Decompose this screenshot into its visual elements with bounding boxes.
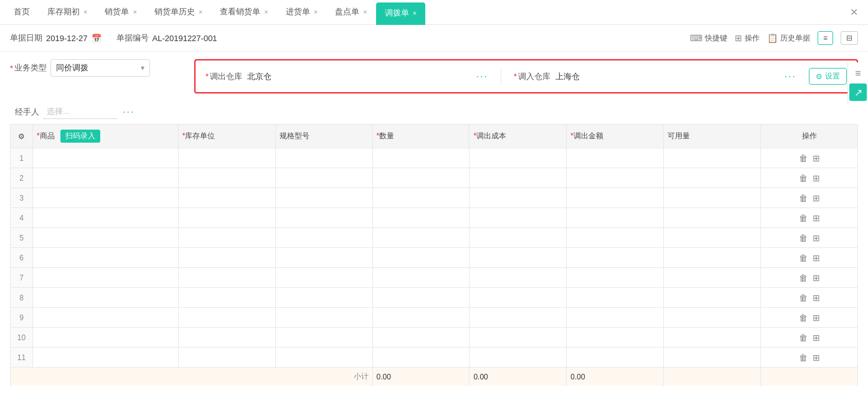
- unit-cell[interactable]: [178, 288, 275, 308]
- product-cell[interactable]: [33, 148, 179, 168]
- product-cell[interactable]: [33, 268, 179, 288]
- delete-icon[interactable]: 🗑: [799, 213, 808, 223]
- tab-sales-order[interactable]: 销货单 ×: [96, 0, 145, 25]
- product-cell[interactable]: [33, 228, 179, 248]
- tab-close-view-sales[interactable]: ×: [264, 8, 268, 16]
- transfer-cost-cell[interactable]: [469, 188, 567, 208]
- table-gear-icon[interactable]: ⚙: [18, 132, 25, 141]
- transfer-cost-cell[interactable]: [469, 348, 567, 368]
- unit-cell[interactable]: [178, 148, 275, 168]
- spec-cell[interactable]: [275, 248, 372, 268]
- available-cell[interactable]: [664, 248, 761, 268]
- handler-select[interactable]: 选择...: [43, 105, 118, 119]
- product-cell[interactable]: [33, 348, 179, 368]
- spec-cell[interactable]: [275, 288, 372, 308]
- settings-button[interactable]: ⚙ 设置: [809, 68, 847, 85]
- copy-icon[interactable]: ⊞: [813, 193, 820, 203]
- unit-cell[interactable]: [178, 168, 275, 188]
- spec-cell[interactable]: [275, 188, 372, 208]
- delete-icon[interactable]: 🗑: [799, 293, 808, 303]
- product-cell[interactable]: [33, 308, 179, 328]
- quantity-cell[interactable]: [372, 208, 469, 228]
- spec-cell[interactable]: [275, 328, 372, 348]
- available-cell[interactable]: [664, 228, 761, 248]
- copy-icon[interactable]: ⊞: [813, 293, 820, 303]
- copy-icon[interactable]: ⊞: [813, 313, 820, 323]
- delete-icon[interactable]: 🗑: [799, 273, 808, 283]
- delete-icon[interactable]: 🗑: [799, 173, 808, 183]
- available-cell[interactable]: [664, 328, 761, 348]
- transfer-amount-cell[interactable]: [567, 148, 664, 168]
- delete-icon[interactable]: 🗑: [799, 353, 808, 363]
- delete-icon[interactable]: 🗑: [799, 193, 808, 203]
- copy-icon[interactable]: ⊞: [813, 273, 820, 283]
- transfer-in-more-btn[interactable]: ···: [785, 71, 796, 82]
- copy-icon[interactable]: ⊞: [813, 253, 820, 263]
- handler-more-btn[interactable]: ···: [123, 107, 134, 118]
- tab-close-purchase[interactable]: ×: [314, 8, 318, 16]
- quantity-cell[interactable]: [372, 328, 469, 348]
- calendar-icon[interactable]: 📅: [92, 34, 101, 43]
- unit-cell[interactable]: [178, 328, 275, 348]
- quantity-cell[interactable]: [372, 288, 469, 308]
- transfer-out-more-btn[interactable]: ···: [476, 71, 488, 82]
- quantity-cell[interactable]: [372, 168, 469, 188]
- tab-purchase[interactable]: 进货单 ×: [277, 0, 326, 25]
- product-cell[interactable]: [33, 248, 179, 268]
- copy-icon[interactable]: ⊞: [813, 173, 820, 183]
- spec-cell[interactable]: [275, 208, 372, 228]
- sidebar-list-icon[interactable]: ≡: [849, 65, 867, 82]
- transfer-amount-cell[interactable]: [567, 188, 664, 208]
- available-cell[interactable]: [664, 188, 761, 208]
- shortcuts-btn[interactable]: ⌨ 快捷键: [690, 33, 727, 44]
- transfer-amount-cell[interactable]: [567, 328, 664, 348]
- copy-icon[interactable]: ⊞: [813, 353, 820, 363]
- transfer-cost-cell[interactable]: [469, 328, 567, 348]
- transfer-cost-cell[interactable]: [469, 208, 567, 228]
- unit-cell[interactable]: [178, 248, 275, 268]
- delete-icon[interactable]: 🗑: [799, 333, 808, 343]
- quantity-cell[interactable]: [372, 248, 469, 268]
- available-cell[interactable]: [664, 168, 761, 188]
- quantity-cell[interactable]: [372, 228, 469, 248]
- app-close-button[interactable]: ✕: [845, 6, 863, 18]
- tab-inventory-init[interactable]: 库存期初 ×: [39, 0, 96, 25]
- unit-cell[interactable]: [178, 208, 275, 228]
- layout-grid-btn[interactable]: ⊟: [841, 31, 858, 45]
- tab-home[interactable]: 首页: [5, 0, 39, 25]
- available-cell[interactable]: [664, 308, 761, 328]
- unit-cell[interactable]: [178, 228, 275, 248]
- spec-cell[interactable]: [275, 308, 372, 328]
- transfer-amount-cell[interactable]: [567, 348, 664, 368]
- available-cell[interactable]: [664, 148, 761, 168]
- layout-list-btn[interactable]: ≡: [818, 31, 833, 45]
- scan-entry-button[interactable]: 扫码录入: [60, 130, 100, 143]
- transfer-amount-cell[interactable]: [567, 268, 664, 288]
- tab-stocktake[interactable]: 盘点单 ×: [326, 0, 375, 25]
- unit-cell[interactable]: [178, 268, 275, 288]
- delete-icon[interactable]: 🗑: [799, 233, 808, 243]
- operations-btn[interactable]: ⊞ 操作: [735, 33, 760, 44]
- product-cell[interactable]: [33, 208, 179, 228]
- tab-close-transfer[interactable]: ×: [413, 9, 417, 17]
- transfer-cost-cell[interactable]: [469, 248, 567, 268]
- quantity-cell[interactable]: [372, 348, 469, 368]
- spec-cell[interactable]: [275, 348, 372, 368]
- quantity-cell[interactable]: [372, 308, 469, 328]
- tab-close-stocktake[interactable]: ×: [363, 8, 367, 16]
- tab-close-sales-order[interactable]: ×: [133, 8, 136, 16]
- quantity-cell[interactable]: [372, 188, 469, 208]
- copy-icon[interactable]: ⊞: [813, 153, 820, 163]
- transfer-cost-cell[interactable]: [469, 268, 567, 288]
- tab-close-inventory-init[interactable]: ×: [83, 8, 87, 16]
- tab-transfer[interactable]: 调拨单 ×: [376, 2, 425, 25]
- product-cell[interactable]: [33, 328, 179, 348]
- product-cell[interactable]: [33, 288, 179, 308]
- available-cell[interactable]: [664, 348, 761, 368]
- unit-cell[interactable]: [178, 348, 275, 368]
- transfer-amount-cell[interactable]: [567, 308, 664, 328]
- copy-icon[interactable]: ⊞: [813, 213, 820, 223]
- unit-cell[interactable]: [178, 188, 275, 208]
- transfer-cost-cell[interactable]: [469, 228, 567, 248]
- history-btn[interactable]: 📋 历史单据: [767, 33, 810, 44]
